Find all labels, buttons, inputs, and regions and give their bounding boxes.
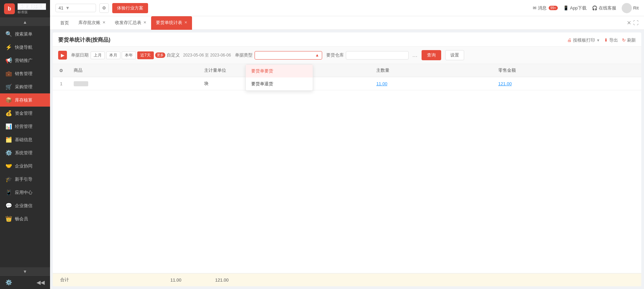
query-button[interactable]: 查询: [422, 50, 441, 60]
fullscreen-icon[interactable]: ⛶: [633, 20, 639, 26]
app-download-item[interactable]: 📱 App下载: [563, 5, 587, 11]
nav-icon-purchase: 🛒: [5, 84, 11, 90]
tab-home[interactable]: 首页: [55, 16, 74, 30]
date-btn-last-month[interactable]: 上月: [91, 51, 105, 59]
export-btn[interactable]: ⬇ 导出: [604, 37, 618, 43]
filter-expand-btn[interactable]: ▶: [58, 51, 67, 60]
dropdown-item-demand[interactable]: 要货单要货: [246, 65, 313, 77]
warehouse-label: 要货仓库: [326, 52, 344, 58]
sidebar-item-wechat[interactable]: 💬企业微信: [0, 199, 50, 212]
nav-label-marketing: 营销推广: [15, 58, 32, 64]
chevron-up-icon[interactable]: ▲: [315, 53, 319, 58]
trial-button[interactable]: 体验行业方案: [112, 3, 148, 13]
date-btn-this-month[interactable]: 本月: [106, 51, 120, 59]
expand-icon[interactable]: ✕: [627, 20, 631, 26]
nav-icon-vip: 👑: [5, 216, 11, 222]
type-input[interactable]: [258, 53, 315, 58]
quantity-link[interactable]: 11.00: [376, 81, 387, 86]
user-avatar: [622, 3, 632, 13]
scroll-down-btn[interactable]: ▼: [0, 267, 50, 275]
sidebar-item-search[interactable]: 🔍搜索菜单: [0, 27, 50, 41]
sidebar-item-purchase[interactable]: 🛒采购管理: [0, 80, 50, 93]
type-dropdown: 要货单要货 要货单退货: [245, 64, 313, 91]
data-table: ⚙ 商品 主计量单位 主数量 零售金额 1 块: [53, 64, 641, 90]
support-item[interactable]: 🎧 在线客服: [592, 5, 616, 11]
date-btn-this-year[interactable]: 本年: [122, 51, 136, 59]
sidebar-item-finance[interactable]: 💰资金管理: [0, 107, 50, 120]
close-icon[interactable]: ✕: [102, 20, 105, 25]
nav-icon-enterprise: 🤝: [5, 163, 11, 169]
filter-bar: ▶ 单据日期 上月 本月 本年 近7天 更多 自定义 2023-05-06 至 …: [53, 47, 641, 64]
sidebar-item-base[interactable]: 🗂️基础信息: [0, 133, 50, 146]
topbar: 41 ▼ ⚙ 体验行业方案 ✉ 消息 99+ 📱 App下载 🎧 在线客服 R: [50, 0, 644, 16]
sidebar-item-guide[interactable]: 🎓新手引导: [0, 173, 50, 186]
settings-icon[interactable]: ⚙️: [5, 279, 12, 286]
warehouse-select[interactable]: [346, 51, 409, 60]
nav-icon-finance: 💰: [5, 110, 11, 116]
date-custom-btn[interactable]: 自定义: [167, 52, 180, 58]
tab-demand-stats[interactable]: 要货单统计表 ✕: [151, 16, 192, 30]
table-row: 1 块 11.00 121.00: [53, 77, 641, 90]
nav-label-base: 基础信息: [15, 137, 32, 143]
print-btn[interactable]: 🖨 按模板打印 ▼: [567, 37, 600, 43]
notification-label: 消息: [538, 5, 547, 11]
nav-label-vip: 畅会员: [15, 216, 28, 222]
sidebar-item-enterprise[interactable]: 🤝企业协同: [0, 159, 50, 173]
date-btn-7days[interactable]: 近7天: [137, 51, 154, 59]
notification-item[interactable]: ✉ 消息 99+: [533, 5, 558, 11]
topbar-gear-btn[interactable]: ⚙: [99, 3, 109, 13]
refresh-icon: ↻: [622, 38, 626, 43]
close-icon[interactable]: ✕: [143, 20, 146, 25]
tabs-expand: ✕ ⛶: [627, 20, 639, 26]
collapse-icon[interactable]: ◀◀: [37, 279, 45, 286]
footer-label: 合计: [57, 277, 69, 283]
sidebar-item-vip[interactable]: 👑畅会员: [0, 212, 50, 225]
main-content: 41 ▼ ⚙ 体验行业方案 ✉ 消息 99+ 📱 App下载 🎧 在线客服 R: [50, 0, 644, 289]
sidebar-item-sales[interactable]: 💼销售管理: [0, 67, 50, 80]
sidebar-item-marketing[interactable]: 📢营销推广: [0, 54, 50, 67]
col-product: 商品: [70, 64, 200, 77]
type-select[interactable]: ▲: [255, 51, 322, 60]
nav-icon-sales: 💼: [5, 70, 11, 77]
row-quantity: 11.00: [372, 77, 494, 90]
sidebar-item-system[interactable]: ⚙️系统管理: [0, 146, 50, 159]
tabs-bar: 首页 库存批次账 ✕ 收发存汇总表 ✕ 要货单统计表 ✕ ✕ ⛶: [50, 16, 644, 30]
date-more-badge[interactable]: 更多: [155, 52, 165, 58]
app-download-label: App下载: [570, 5, 587, 11]
sidebar-item-app-center[interactable]: 📱应用中心: [0, 186, 50, 199]
dropdown-item-return[interactable]: 要货单退货: [246, 77, 313, 90]
row-num: 1: [53, 77, 70, 90]
scroll-up-btn[interactable]: ▲: [0, 18, 50, 26]
more-icon[interactable]: …: [412, 52, 418, 58]
app-name: 畅捷通好生意: [18, 3, 46, 9]
nav-icon-inventory: 📦: [5, 97, 11, 103]
sidebar-item-quick-nav[interactable]: ⚡快捷导航: [0, 41, 50, 54]
col-settings[interactable]: ⚙: [53, 64, 70, 77]
nav-label-system: 系统管理: [15, 150, 32, 156]
warehouse-input[interactable]: [349, 53, 406, 58]
page-title: 要货单统计表(按商品): [58, 37, 111, 44]
page-header: 要货单统计表(按商品) 🖨 按模板打印 ▼ ⬇ 导出 ↻ 刷新: [53, 32, 641, 47]
sidebar-item-business[interactable]: 📊经营管理: [0, 120, 50, 133]
nav-label-finance: 资金管理: [15, 110, 32, 116]
table-wrapper: ⚙ 商品 主计量单位 主数量 零售金额 1 块: [53, 64, 641, 273]
date-label: 单据日期: [71, 52, 89, 58]
nav-label-guide: 新手引导: [15, 176, 32, 182]
tab-receivable-summary[interactable]: 收发存汇总表 ✕: [110, 16, 151, 30]
tab-inventory-batch[interactable]: 库存批次账 ✕: [74, 16, 110, 30]
table-footer: 合计 11.00 121.00: [53, 273, 641, 286]
nav-label-enterprise: 企业协同: [15, 163, 32, 169]
row-amount: 121.00: [494, 77, 641, 90]
close-icon[interactable]: ✕: [184, 20, 187, 25]
branch-selector[interactable]: 41 ▼: [55, 4, 96, 12]
user-name: Rit: [633, 5, 639, 10]
nav-label-search: 搜索菜单: [15, 31, 32, 37]
amount-link[interactable]: 121.00: [498, 81, 512, 86]
sidebar-item-inventory[interactable]: 📦库存核算: [0, 93, 50, 107]
col-amount: 零售金额: [494, 64, 641, 77]
settings-button[interactable]: 设置: [445, 50, 464, 60]
support-label: 在线客服: [599, 5, 616, 11]
col-quantity: 主数量: [372, 64, 494, 77]
refresh-btn[interactable]: ↻ 刷新: [622, 37, 636, 43]
user-item[interactable]: Rit: [622, 3, 639, 13]
